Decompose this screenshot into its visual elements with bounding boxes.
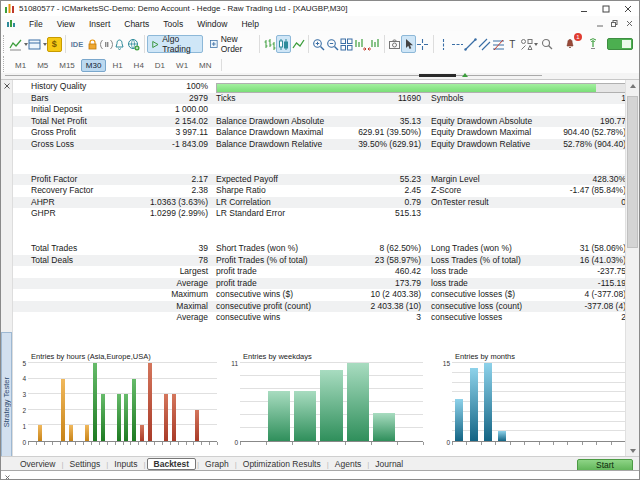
notifications-bell-icon[interactable]: 1 [561, 35, 579, 53]
bar [268, 391, 290, 441]
toolbar-grip[interactable] [3, 35, 7, 53]
stats-row: Profit Factor2.17Expected Payoff55.23Mar… [13, 174, 625, 186]
stat-label: Total Net Profit [13, 116, 123, 128]
tab-graph[interactable]: Graph [200, 459, 234, 469]
chart-shift-button[interactable] [367, 35, 381, 53]
stat-label [431, 208, 551, 220]
play-icon [152, 40, 159, 49]
bar [117, 394, 121, 441]
timeframe-m30[interactable]: M30 [81, 59, 107, 72]
crosshair-tool-button[interactable] [416, 35, 430, 53]
menu-help[interactable]: Help [234, 19, 265, 29]
minimize-button[interactable] [573, 1, 595, 16]
timeframe-grip[interactable] [3, 56, 8, 74]
menu-view[interactable]: View [50, 19, 82, 29]
chart-3: Entries by months150 [439, 352, 627, 450]
x-tick [423, 442, 424, 445]
tile-windows-button[interactable] [339, 35, 353, 53]
menu-window[interactable]: Window [190, 19, 234, 29]
tab-overview[interactable]: Overview [15, 459, 60, 469]
connection-status-toggle[interactable] [607, 38, 633, 50]
timeframe-d1[interactable]: D1 [150, 59, 170, 72]
docked-panel-close-icon[interactable] [3, 473, 11, 480]
text-tool[interactable]: T [505, 35, 519, 53]
stats-row: Bars2979Ticks11690Symbols1 [13, 93, 625, 105]
x-tick [292, 442, 293, 445]
screenshot-camera-icon[interactable] [388, 35, 402, 53]
new-chart-button[interactable] [9, 35, 23, 53]
tab-backtest[interactable]: Backtest [147, 458, 196, 470]
alerts-bell-icon[interactable] [113, 35, 127, 53]
timeframe-m15[interactable]: M15 [54, 59, 80, 72]
scroll-up-icon[interactable] [626, 80, 639, 92]
candlestick-mode-button[interactable] [276, 35, 291, 53]
menu-charts[interactable]: Charts [117, 19, 156, 29]
splitter-handle[interactable] [419, 74, 456, 77]
profiles-button[interactable] [28, 35, 42, 53]
timeframe-w1[interactable]: W1 [171, 59, 193, 72]
timeframe-m5[interactable]: M5 [32, 59, 53, 72]
lock-button[interactable] [85, 35, 99, 53]
timeframe-h1[interactable]: H1 [107, 59, 127, 72]
maximize-button[interactable] [595, 1, 617, 16]
tab-inputs[interactable]: Inputs [109, 459, 142, 469]
splitter-expand-icon[interactable] [462, 73, 468, 77]
search-icon[interactable] [538, 35, 556, 53]
stats-row: Initial Deposit1 000.00 [13, 104, 625, 116]
new-order-button[interactable]: New Order [206, 35, 256, 53]
close-button[interactable] [617, 1, 639, 16]
child-minimize-button[interactable] [597, 21, 603, 27]
stat-label: Equity Drawdown Maximal [431, 127, 551, 139]
cursor-tool-button[interactable] [401, 35, 415, 53]
zoom-in-button[interactable] [312, 35, 326, 53]
vertical-line-tool[interactable] [436, 35, 450, 53]
timeframe-h4[interactable]: H4 [129, 59, 149, 72]
panel-close-icon[interactable] [2, 81, 11, 90]
tab-optimization-results[interactable]: Optimization Results [238, 459, 326, 469]
stat-value: 52.78% (904.40) [551, 139, 626, 151]
auto-scroll-button[interactable] [353, 35, 367, 53]
market-depth-button[interactable] [99, 35, 113, 53]
horizontal-line-tool[interactable] [450, 35, 464, 53]
vertical-scrollbar[interactable] [625, 80, 639, 457]
timeframe-m1[interactable]: M1 [10, 59, 31, 72]
zoom-out-button[interactable] [326, 35, 340, 53]
tab-settings[interactable]: Settings [65, 459, 106, 469]
market-watch-button[interactable]: $ [47, 35, 62, 53]
stat-label: GHPR [13, 208, 123, 220]
x-tick [201, 442, 202, 445]
trendline-tool[interactable] [464, 35, 478, 53]
x-tick [397, 442, 398, 445]
menu-tools[interactable]: Tools [156, 19, 190, 29]
metaeditor-button[interactable]: IDE [68, 35, 85, 53]
algo-trading-button[interactable]: Algo Trading [147, 35, 203, 53]
bar-chart-mode-button[interactable] [262, 35, 276, 53]
strategy-tester-tab[interactable]: Strategy Tester [1, 332, 12, 472]
menu-insert[interactable]: Insert [82, 19, 117, 29]
chart-title: Entries by weekdays [243, 352, 312, 361]
menu-file[interactable]: File [22, 19, 50, 29]
objects-button[interactable] [519, 35, 533, 53]
stat-value: Average [123, 278, 208, 290]
child-close-button[interactable] [626, 20, 633, 27]
stat-label: Sharpe Ratio [216, 185, 341, 197]
stat-value: 100% [123, 81, 208, 93]
stat-value: 78 [123, 255, 208, 267]
vps-icon[interactable] [584, 35, 602, 53]
y-axis-label: 3 [15, 391, 26, 398]
channel-tool[interactable] [478, 35, 492, 53]
scrollbar-thumb[interactable] [627, 96, 638, 248]
app-logo-icon [4, 3, 15, 14]
tab-agents[interactable]: Agents [330, 459, 366, 469]
community-globe-icon[interactable] [127, 35, 141, 53]
child-restore-button[interactable] [611, 20, 618, 27]
line-chart-mode-button[interactable] [291, 35, 305, 53]
stats-row: Gross Profit3 997.11Balance Drawdown Max… [13, 127, 625, 139]
timeframe-mn[interactable]: MN [194, 59, 216, 72]
tab-journal[interactable]: Journal [370, 459, 408, 469]
fibonacci-tool[interactable] [492, 35, 506, 53]
stat-label [13, 289, 123, 301]
bar [470, 368, 478, 441]
bar [124, 394, 128, 441]
stat-label: Total Deals [13, 255, 123, 267]
